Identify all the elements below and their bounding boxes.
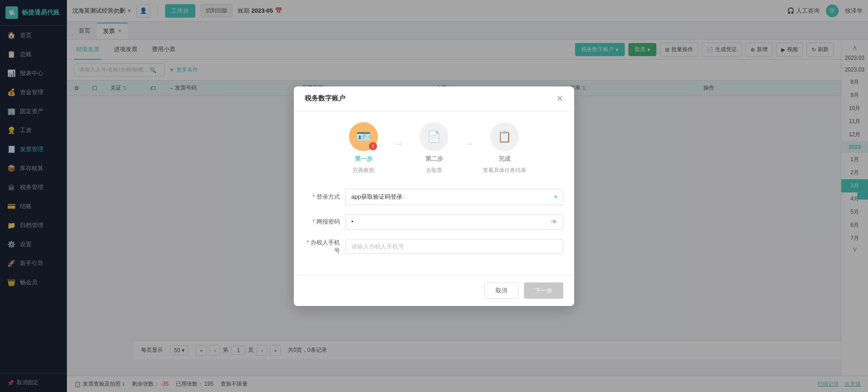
step-3-label: 完成 <box>499 155 510 163</box>
cancel-button[interactable]: 取消 <box>484 282 519 299</box>
modal-body: 🪪 ! 第一步 完善账密 → 📄 第二步 去取票 → <box>294 111 574 275</box>
arrow-2-3: → <box>465 139 474 158</box>
login-method-row: * 登录方式 app获取验证码登录 ▾ <box>305 189 563 205</box>
step-1-label: 第一步 <box>355 155 373 163</box>
step-3-icon: 📋 <box>490 122 519 151</box>
step-3: 📋 完成 查看具体任务结果 <box>477 122 532 174</box>
password-field[interactable]: • 👁 <box>345 214 563 229</box>
login-method-label: * 登录方式 <box>305 193 345 201</box>
id-card-icon: 🪪 <box>356 129 371 143</box>
modal-title: 税务数字账户 <box>305 94 345 103</box>
clipboard-icon: 📋 <box>498 130 511 143</box>
modal-header: 税务数字账户 ✕ <box>294 86 574 111</box>
tax-digital-modal: 税务数字账户 ✕ 🪪 ! 第一步 完善账密 → � <box>294 86 574 306</box>
step-3-desc: 查看具体任务结果 <box>483 167 526 174</box>
step-2-desc: 去取票 <box>426 167 442 174</box>
login-method-selector[interactable]: app获取验证码登录 ▾ <box>345 189 563 205</box>
step-1: 🪪 ! 第一步 完善账密 <box>336 122 391 174</box>
modal-overlay: 税务数字账户 ✕ 🪪 ! 第一步 完善账密 → � <box>0 0 868 392</box>
step-2-icon: 📄 <box>420 122 448 151</box>
step-2: 📄 第二步 去取票 <box>407 122 461 174</box>
password-row: * 网报密码 • 👁 <box>305 214 563 229</box>
step-2-label: 第二步 <box>425 155 443 163</box>
next-step-button[interactable]: 下一步 <box>524 282 563 299</box>
password-label: * 网报密码 <box>305 218 345 226</box>
modal-footer: 取消 下一步 <box>294 275 574 306</box>
phone-row: * 办税人手机号 <box>305 239 563 255</box>
step-1-icon: 🪪 ! <box>349 122 378 151</box>
phone-input[interactable] <box>345 239 563 254</box>
phone-label: * 办税人手机号 <box>305 239 345 255</box>
step-1-badge: ! <box>369 142 377 150</box>
modal-close-button[interactable]: ✕ <box>557 94 563 104</box>
toggle-password-icon[interactable]: 👁 <box>551 218 557 225</box>
step-1-desc: 完善账密 <box>353 167 374 174</box>
steps-indicator: 🪪 ! 第一步 完善账密 → 📄 第二步 去取票 → <box>305 122 563 174</box>
arrow-1-2: → <box>394 139 403 158</box>
document-icon: 📄 <box>427 130 441 143</box>
dropdown-chevron-icon: ▾ <box>554 193 557 200</box>
